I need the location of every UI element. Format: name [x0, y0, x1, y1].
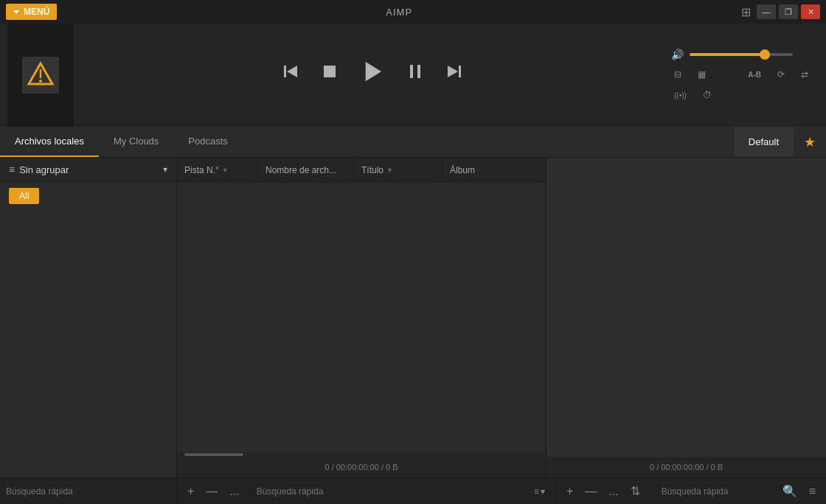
stop-button[interactable]: [321, 63, 339, 80]
list-right-icon[interactable]: ≡: [805, 483, 820, 500]
right-status-text: 0 / 00:00:00:00 / 0 B: [555, 463, 817, 472]
bottom-toolbar: + — ... ≡ ▾ + — ... ⇅ 🔍 ≡: [0, 477, 826, 504]
tab-default[interactable]: Default: [734, 127, 794, 157]
col-filename-label: Nombre de arch...: [266, 165, 336, 175]
toolbar-divider: [250, 484, 251, 499]
logo-svg: [26, 60, 55, 90]
volume-slider[interactable]: [690, 53, 793, 56]
dropdown-arrow-icon: ▾: [163, 164, 167, 175]
sidebar-content: [0, 210, 176, 477]
menu-dropdown-icon: ≡: [534, 486, 539, 497]
right-status-bar: 0 / 00:00:00:00 / 0 B: [546, 457, 826, 477]
remove-track-button[interactable]: —: [201, 483, 222, 500]
menu-button[interactable]: MENÚ: [6, 4, 57, 20]
repeat-ab-button[interactable]: A-B: [745, 69, 764, 80]
group-label: Sin agrupar: [19, 164, 159, 175]
svg-rect-5: [324, 66, 336, 77]
menu-label: MENÚ: [24, 7, 49, 17]
shuffle-button[interactable]: ⇄: [798, 68, 811, 81]
middle-toolbar: + — ... ≡ ▾: [177, 478, 556, 504]
equalizer-button[interactable]: ⊟: [671, 68, 684, 81]
visualizer-button[interactable]: ▦: [695, 68, 709, 81]
column-header-title[interactable]: Título ▼: [354, 158, 442, 182]
search-right-icon[interactable]: 🔍: [778, 483, 802, 500]
next-button[interactable]: [446, 63, 464, 80]
pause-button[interactable]: [406, 63, 424, 80]
extra-controls-row1: ⊟ ▦ A-B ⟳ ⇄: [671, 68, 811, 81]
updown-button[interactable]: ⇅: [626, 483, 645, 500]
content-area: Pista N.° ▼ Nombre de arch... Título ▼ Á…: [177, 158, 546, 477]
svg-point-2: [39, 80, 42, 83]
window-controls: — ❐ ✕: [757, 4, 820, 19]
tab-podcasts[interactable]: Podcasts: [173, 127, 242, 157]
play-icon: [361, 60, 384, 83]
col-track-sort-icon: ▼: [222, 167, 229, 174]
svg-rect-3: [284, 66, 286, 77]
volume-icon: 🔊: [671, 49, 684, 60]
player-top: 🔊 ⊟ ▦ A-B ⟳ ⇄ ((•)) ⏱: [7, 24, 819, 127]
tab-local[interactable]: Archivos locales: [0, 127, 99, 157]
prev-button[interactable]: [281, 63, 299, 80]
next-icon: [446, 63, 464, 80]
play-button[interactable]: [361, 60, 384, 83]
menu-dropdown-arrow: ▾: [541, 486, 545, 497]
svg-marker-6: [366, 62, 381, 82]
svg-rect-9: [459, 66, 461, 77]
col-title-sort-icon: ▼: [386, 167, 393, 174]
album-art: [7, 24, 74, 127]
search-middle-input[interactable]: [257, 486, 527, 497]
right-controls: 🔊 ⊟ ▦ A-B ⟳ ⇄ ((•)) ⏱: [671, 24, 819, 127]
svg-marker-4: [287, 66, 297, 77]
volume-row: 🔊: [671, 49, 811, 60]
add-track-button[interactable]: +: [183, 483, 198, 500]
grid-icon[interactable]: ⊞: [741, 5, 751, 19]
svg-marker-10: [448, 66, 458, 77]
minimize-button[interactable]: —: [757, 4, 776, 19]
col-track-label: Pista N.°: [184, 165, 219, 175]
sidebar: ≡ Sin agrupar ▾ All: [0, 158, 177, 477]
hamburger-icon: ≡: [9, 164, 15, 175]
more-right-button[interactable]: ...: [604, 483, 622, 500]
more-options-button[interactable]: ...: [225, 483, 243, 500]
tab-clouds[interactable]: My Clouds: [99, 127, 173, 157]
status-text: 0 / 00:00:00:00 / 0 B: [186, 463, 537, 472]
timer-button[interactable]: ⏱: [700, 88, 715, 102]
status-bar: 0 / 00:00:00:00 / 0 B: [177, 457, 546, 477]
horizontal-scrollbar[interactable]: [184, 453, 243, 456]
transport-controls: [88, 60, 656, 83]
tabs-row: Archivos locales My Clouds Podcasts Defa…: [0, 127, 826, 158]
group-header[interactable]: ≡ Sin agrupar ▾: [0, 158, 176, 182]
player-bar: 🔊 ⊟ ▦ A-B ⟳ ⇄ ((•)) ⏱: [0, 24, 826, 127]
star-button[interactable]: ★: [794, 127, 826, 157]
column-header-track[interactable]: Pista N.° ▼: [177, 158, 258, 182]
column-header-album[interactable]: Álbum: [442, 158, 546, 182]
maximize-button[interactable]: ❐: [779, 4, 798, 19]
svg-rect-7: [410, 65, 413, 78]
tab-spacer: [243, 127, 734, 157]
col-album-label: Álbum: [450, 165, 475, 175]
right-toolbar: + — ... ⇅ 🔍 ≡: [556, 478, 826, 504]
prev-icon: [281, 63, 299, 80]
search-menu-dropdown[interactable]: ≡ ▾: [530, 486, 549, 497]
search-left-input[interactable]: [6, 486, 170, 497]
all-button[interactable]: All: [9, 188, 39, 204]
right-content: [546, 158, 826, 457]
search-right-input[interactable]: [657, 486, 775, 497]
title-bar: MENÚ AIMP ⊞ — ❐ ✕: [0, 0, 826, 24]
add-right-button[interactable]: +: [562, 483, 577, 500]
right-divider: [650, 484, 651, 499]
table-body: [177, 183, 546, 452]
app-title: AIMP: [57, 7, 741, 18]
extra-controls-row2: ((•)) ⏱: [671, 88, 811, 102]
col-title-label: Título: [361, 165, 384, 175]
column-header-filename[interactable]: Nombre de arch...: [258, 158, 354, 182]
close-button[interactable]: ✕: [801, 4, 820, 19]
search-left-area: [0, 478, 177, 504]
repeat-button[interactable]: ⟳: [774, 68, 788, 81]
svg-rect-8: [417, 65, 420, 78]
table-header: Pista N.° ▼ Nombre de arch... Título ▼ Á…: [177, 158, 546, 183]
remove-right-button[interactable]: —: [580, 483, 601, 500]
radio-button[interactable]: ((•)): [671, 90, 690, 101]
stop-icon: [321, 63, 339, 80]
app-logo: [22, 57, 59, 94]
